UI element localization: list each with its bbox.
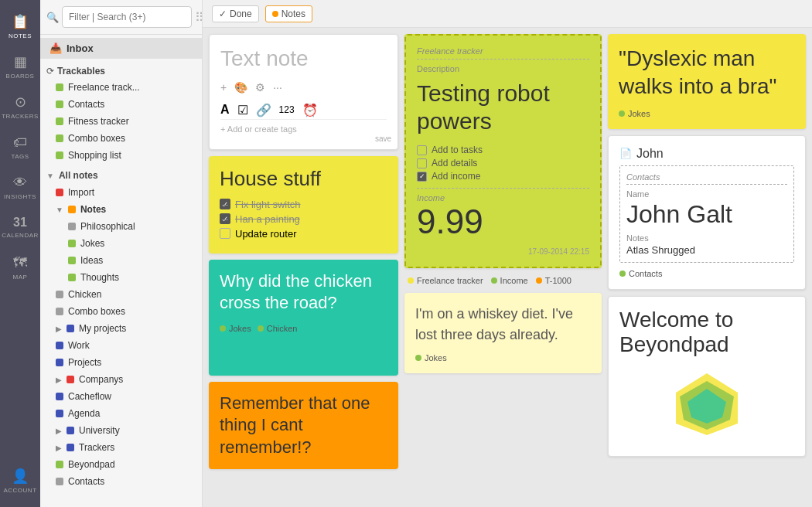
nav-insights[interactable]: 👁 INSIGHTS [0,167,40,207]
note-group-trackers[interactable]: ▶ Trackers [40,439,202,456]
nav-boards[interactable]: ▦ BOARDS [0,46,40,87]
done-button[interactable]: ✓ Done [212,5,259,22]
note-group-companys[interactable]: ▶ Companys [40,371,202,388]
task-checkbox-1[interactable] [417,158,427,168]
trackables-section-header[interactable]: ⟳ Trackables [40,62,202,79]
group-dot [67,376,74,383]
task-checkbox-2[interactable]: ✓ [417,172,427,182]
text-note-title: Text note [220,46,387,72]
remember-card: Remember that one thing I cant remember!… [209,382,398,470]
t1000-tag[interactable]: T-1000 [536,276,571,285]
chevron-right-icon: ▶ [56,427,62,435]
note-group-import[interactable]: Import [40,184,202,201]
contacts-tag[interactable]: Contacts [619,269,662,278]
card-toolbar: + 🎨 ⚙ ··· [220,78,387,97]
card-toolbar-row2: A ☑ 🔗 123 ⏰ [220,101,387,119]
trackable-item-3[interactable]: Combo boxes [40,130,202,147]
note-group-comboboxes[interactable]: Combo boxes [40,303,202,320]
note-group-myprojects[interactable]: ▶ My projects [40,320,202,337]
note-group-agenda[interactable]: Agenda [40,405,202,422]
checkbox-0[interactable]: ✓ [220,199,230,209]
task-checkbox-0[interactable] [417,145,427,155]
dyslexic-card-title: "Dyslexic man walks into a bra" [619,45,795,101]
dyslexic-jokes-tag[interactable]: Jokes [619,109,650,118]
chicken-card: Why did the chicken cross the road? Joke… [209,260,398,376]
note-group-notes[interactable]: ▼ Notes [40,201,202,218]
checkbox-1[interactable]: ✓ [220,213,230,224]
nav-tags[interactable]: 🏷 TAGS [0,127,40,167]
trackable-item-4[interactable]: Shopping list [40,147,202,164]
john-contacts-card: 📄 John Contacts Name John Galt Notes Atl… [608,135,806,290]
boards-icon: ▦ [14,53,27,70]
whiskey-card: I'm on a whiskey diet. I've lost three d… [404,293,602,373]
trackable-item-1[interactable]: Contacts [40,96,202,113]
save-button[interactable]: save [375,134,391,143]
color-icon[interactable]: 🎨 [234,81,247,94]
chevron-down-icon: ▼ [46,172,54,180]
chevron-right-icon: ▶ [56,444,62,452]
nav-account[interactable]: 👤 ACCOUNT [0,461,40,501]
chicken-card-footer: Jokes Chicken [220,324,387,333]
sub-note-philosophical[interactable]: Philosophical [40,218,202,235]
note-group-chicken[interactable]: Chicken [40,286,202,303]
text-format-icon[interactable]: A [220,103,230,117]
checklist-icon[interactable]: ☑ [237,103,248,117]
nav-trackers[interactable]: ⊙ TRACKERS [0,87,40,127]
beyondpad-logo-container [619,363,794,445]
task-item-2: ✓ Add income [417,171,589,182]
whiskey-jokes-tag[interactable]: Jokes [415,353,447,362]
note-group-projects[interactable]: Projects [40,354,202,371]
left-navigation: 📋 NOTES ▦ BOARDS ⊙ TRACKERS 🏷 TAGS 👁 INS… [0,0,40,507]
john-name-small: John [636,147,664,161]
checklist-item-2: Update router [220,228,387,240]
clock-icon[interactable]: ⏰ [302,103,318,117]
checkbox-2[interactable] [220,228,230,239]
task-item-0: Add to tasks [417,145,589,155]
tag-dot [536,277,542,284]
group-dot [68,206,76,213]
sub-dot [68,223,76,230]
group-dot [67,325,74,332]
note-group-contacts[interactable]: Contacts [40,473,202,490]
checklist-item-0: ✓ Fix light switch [220,199,387,210]
note-group-cacheflow[interactable]: Cacheflow [40,388,202,405]
note-group-work[interactable]: Work [40,337,202,354]
drag-handle-icon: ⠿ [195,10,203,25]
inbox-section: 📥 Inbox [40,35,202,62]
group-dot [56,359,63,366]
sub-dot [68,240,76,247]
welcome-card: Welcome to Beyondpad [608,296,806,457]
notes-filter-button[interactable]: Notes [265,5,312,22]
add-tags-area[interactable]: + Add or create tags [220,119,387,138]
nav-calendar[interactable]: 31 CALENDAR [0,207,40,247]
settings-icon[interactable]: ⚙ [255,81,265,94]
note-group-university[interactable]: ▶ University [40,422,202,439]
calendar-icon: 31 [13,216,27,230]
sub-note-ideas[interactable]: Ideas [40,252,202,269]
all-notes-header[interactable]: ▼ All notes [40,167,202,184]
house-stuff-card: House stuff ✓ Fix light switch ✓ Han a p… [209,156,398,254]
more-icon[interactable]: ··· [273,81,282,94]
search-icon: 🔍 [46,12,59,23]
link-icon[interactable]: 🔗 [256,103,271,117]
sub-note-jokes[interactable]: Jokes [40,235,202,252]
tag-dot [415,355,421,361]
trackable-item-0[interactable]: Freelance track... [40,79,202,96]
nav-map[interactable]: 🗺 MAP [0,247,40,288]
search-input[interactable] [62,6,192,28]
note-group-beyondpad[interactable]: Beyondpad [40,456,202,473]
notes-icon: 📋 [12,13,29,30]
map-icon: 🗺 [13,255,27,271]
inbox-item[interactable]: 📥 Inbox [40,38,202,59]
add-icon[interactable]: + [220,81,227,94]
nav-notes[interactable]: 📋 NOTES [0,6,40,46]
full-name-display: John Galt [626,200,787,229]
column-1: Text note + 🎨 ⚙ ··· A ☑ 🔗 123 ⏰ + Add or… [209,34,398,501]
jokes-tag[interactable]: Jokes [220,324,251,333]
freelance-tracker-tag[interactable]: Freelance tracker [408,276,483,285]
chicken-tag[interactable]: Chicken [258,324,298,333]
sub-note-thoughts[interactable]: Thoughts [40,269,202,286]
hash-icon[interactable]: 123 [279,104,295,115]
income-tag[interactable]: Income [491,276,528,285]
trackable-item-2[interactable]: Fitness tracker [40,113,202,130]
